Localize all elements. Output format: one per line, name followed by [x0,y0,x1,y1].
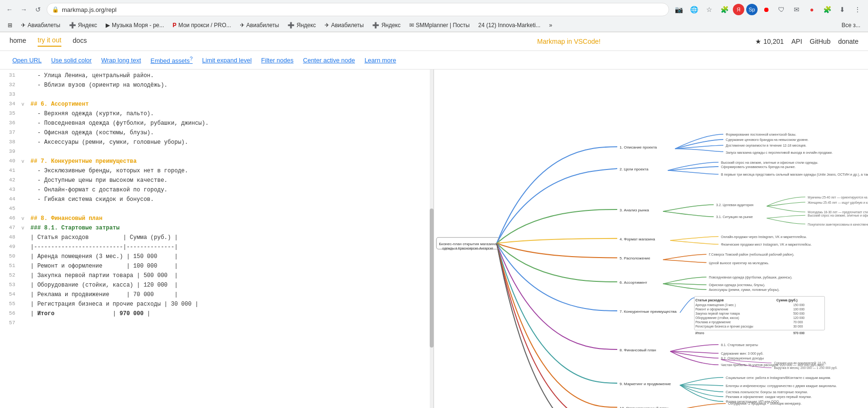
line-content[interactable]: - Офисная одежда (костюмы, блузы). [27,129,434,138]
browser-actions: 📷 🌐 ☆ 🧩 Я Sp ⏺ 🛡 ✉ ● 🧩 ⬇ ⋮ [672,3,864,16]
fold-indicator [19,167,27,176]
toolbar-embed-assets[interactable]: Embed assets? [146,54,197,66]
star-icon: ★ [755,38,761,45]
line-content[interactable]: ### 8.1. Стартовые затраты [27,224,434,233]
line-content[interactable]: - Доступные цены при высоком качестве. [27,176,434,186]
line-content[interactable]: - Гибкая система скидок и бонусов. [27,195,434,205]
record-button[interactable]: ⏺ [760,3,773,16]
toolbar-open-url[interactable]: Open URL [8,55,46,66]
scrollbar[interactable] [430,70,434,408]
line-content[interactable]: - Вблизи вузов (ориентир на молодёжь). [27,81,434,90]
line-content[interactable]: ## 6. Ассортимент [27,100,434,109]
line-content[interactable]: ## 8. Финансовый план [27,214,434,224]
editor-line: 55| Регистрация бизнеса и прочие расходы… [0,300,434,309]
toolbar-learn-more[interactable]: Learn more [360,55,401,66]
bookmark-allz[interactable]: Все з... [838,20,864,30]
editor-line: 41 - Эксклюзивные бренды, которых нет в … [0,167,434,176]
bookmark-overflow[interactable]: » [545,20,556,30]
line-content[interactable]: - Верхняя одежда (куртки, пальто). [27,109,434,119]
line-content[interactable]: - Эксклюзивные бренды, которых нет в гор… [27,167,434,176]
line-content[interactable]: | Статья расходов | Сумма (руб.) | [27,233,434,243]
menu-button[interactable]: ⋮ [851,3,864,16]
line-content[interactable]: - Улица Ленина, центральный район. [27,71,434,81]
toolbar-center-node[interactable]: Center active node [298,55,360,66]
header-right: ★ 10,201 API GitHub donate [755,38,858,45]
bookmark-yandex-3[interactable]: ➕ Яндекс [368,20,404,30]
fold-indicator[interactable]: v [19,100,27,109]
markmap-visualization[interactable]: Бизнес-план открытия магазина одежды в К… [434,70,868,408]
line-content[interactable]: | Реклама и продвижение | 70 000 | [27,290,434,300]
editor-line: 56| Итого | 970 000 | [0,309,434,319]
bookmark-proxy[interactable]: P Мои прокси / PRO... [169,20,235,30]
nav-docs[interactable]: docs [73,37,87,46]
line-content[interactable]: | Оборудование (стойки, касса) | 120 000… [27,281,434,290]
bookmark-smmplanner[interactable]: ✉ SMMplanner | Посты [405,20,473,30]
extensions-button[interactable]: 🧩 [718,3,731,16]
fold-indicator [19,109,27,119]
reload-button[interactable]: ↺ [32,4,44,15]
line-content[interactable]: - Аксессуары (ремни, сумки, головные убо… [27,138,434,148]
puzzle-button[interactable]: 🧩 [820,3,834,16]
bookmark-aviabilety-3[interactable]: ✈ Авиабилеты [321,20,368,30]
line-content[interactable]: | Ремонт и оформление | 100 000 | [27,262,434,271]
line-content[interactable] [27,205,434,214]
bookmark-yandex-1[interactable]: ➕ Яндекс [65,20,101,30]
more-button[interactable]: ● [805,3,819,16]
svg-text:3.2. Целевая аудитория: 3.2. Целевая аудитория [716,203,753,207]
github-link[interactable]: GitHub [810,38,831,45]
bookmark-apps[interactable]: ⊞ [4,20,16,30]
editor-line: 50| Аренда помещения (3 мес.) | 150 000 … [0,252,434,262]
line-content[interactable]: | Закупка первой партии товара | 500 000… [27,271,434,281]
line-content[interactable] [27,319,434,328]
download-button[interactable]: ⬇ [836,3,849,16]
bookmark-aviabilety-2[interactable]: ✈ Авиабилеты [236,20,283,30]
shield-button[interactable]: 🛡 [775,3,788,16]
fold-indicator[interactable]: v [19,224,27,233]
api-link[interactable]: API [791,38,802,45]
line-content[interactable] [27,148,434,157]
screenshot-button[interactable]: 📷 [672,3,685,16]
editor-line: 53| Оборудование (стойки, касса) | 120 0… [0,281,434,290]
forward-button[interactable]: → [18,4,30,15]
translate-button[interactable]: 🌐 [687,3,700,16]
bookmark-button[interactable]: ☆ [702,3,716,16]
svg-text:Сдержание ценового брандра на : Сдержание ценового брандра на невысоком … [726,139,809,142]
fold-indicator [19,119,27,129]
editor-line: 40v## 7. Конкурентные преимущества [0,157,434,167]
toolbar-wrap-text[interactable]: Wrap long text [97,55,146,66]
question-mark-icon: ? [190,56,193,61]
line-number: 56 [0,309,19,319]
line-content[interactable]: ## 7. Конкурентные преимущества [27,157,434,167]
line-content[interactable]: - Повседневная одежда (футболки, рубашки… [27,119,434,129]
donate-link[interactable]: donate [838,38,858,45]
line-content[interactable]: |--------------------------|------------… [27,243,434,252]
editor-content[interactable]: 31 - Улица Ленина, центральный район.32 … [0,70,434,408]
line-number: 34 [0,100,19,109]
vscode-cta[interactable]: Markmap in VSCode! [537,38,601,45]
line-content[interactable]: | Аренда помещения (3 мес.) | 150 000 | [27,252,434,262]
fold-indicator [19,186,27,195]
editor-line: 49|--------------------------|----------… [0,243,434,252]
bookmark-aviabilety-1[interactable]: ✈ Авиабилеты [17,20,64,30]
bookmark-innova[interactable]: 24 (12) Innova-Marketi... [474,20,544,30]
back-button[interactable]: ← [4,4,15,15]
bookmark-yandex-2[interactable]: ➕ Яндекс [284,20,319,30]
bookmark-music[interactable]: ▶ Музыка Моря - ре... [102,20,168,30]
line-content[interactable]: | Регистрация бизнеса и прочие расходы |… [27,300,434,309]
profile-y-button[interactable]: Я [733,4,744,15]
line-content[interactable]: | Итого | 970 000 | [27,309,434,319]
fold-indicator[interactable]: v [19,214,27,224]
toolbar-filter-nodes[interactable]: Filter nodes [256,55,298,66]
nav-try-it-out[interactable]: try it out [38,36,61,47]
toolbar-solid-color[interactable]: Use solid color [46,55,96,66]
toolbar-limit-expand[interactable]: Limit expand level [197,55,256,66]
mail-button[interactable]: ✉ [790,3,803,16]
profile-s-button[interactable]: Sp [746,4,758,15]
fold-indicator[interactable]: v [19,157,27,167]
line-content[interactable]: - Онлайн-формат с доставкой по городу. [27,186,434,195]
line-content[interactable] [27,90,434,100]
bookmark-icon-2: ➕ [69,22,76,29]
nav-home[interactable]: home [10,37,26,46]
address-bar[interactable]: 🔒 markmap.js.org/repl [47,3,669,16]
scrollbar-thumb[interactable] [430,209,434,348]
